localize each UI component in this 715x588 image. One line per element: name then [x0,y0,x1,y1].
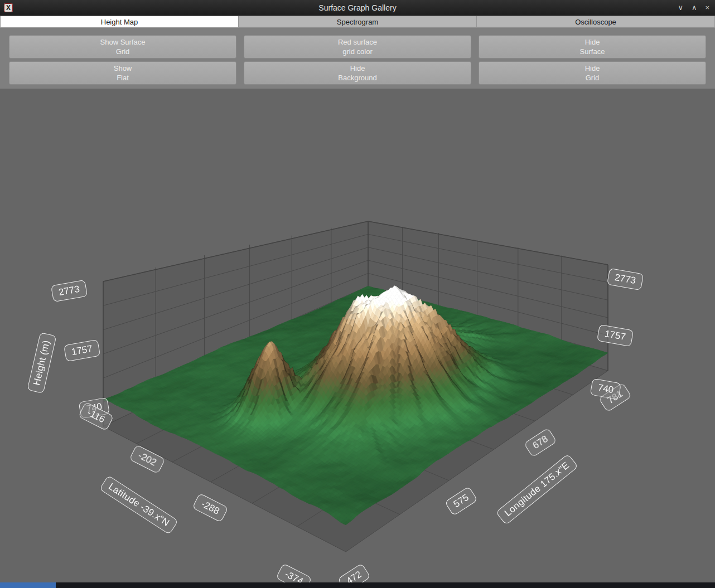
hide-grid-button[interactable]: Hide Grid [479,61,706,85]
close-window-icon[interactable]: × [705,0,709,16]
app-window: X Surface Graph Gallery ∨ ∧ × Height Map… [0,0,715,588]
shade-window-icon[interactable]: ∨ [678,0,683,16]
taskbar-active-app-segment[interactable] [0,582,56,588]
surface-plot-area: 2773 1757 740 Height (m) 781 678 575 472… [0,89,715,582]
hide-background-button[interactable]: Hide Background [244,61,471,85]
window-controls: ∨ ∧ × [678,0,709,16]
titlebar[interactable]: X Surface Graph Gallery ∨ ∧ × [0,0,715,16]
red-surface-grid-color-button[interactable]: Red surface grid color [244,35,471,59]
hide-surface-button[interactable]: Hide Surface [479,35,706,59]
tab-height-map[interactable]: Height Map [0,16,239,27]
show-flat-button[interactable]: Show Flat [9,61,236,85]
tab-bar: Height Map Spectrogram Oscilloscope [0,16,715,28]
window-title: Surface Graph Gallery [0,3,715,12]
tab-spectrogram[interactable]: Spectrogram [239,16,477,27]
show-surface-grid-button[interactable]: Show Surface Grid [9,35,236,59]
taskbar[interactable] [0,582,715,588]
tab-oscilloscope[interactable]: Oscilloscope [477,16,715,27]
app-icon: X [4,3,13,12]
unshade-window-icon[interactable]: ∧ [692,0,697,16]
toolbar: Show Surface Grid Red surface grid color… [0,28,715,89]
